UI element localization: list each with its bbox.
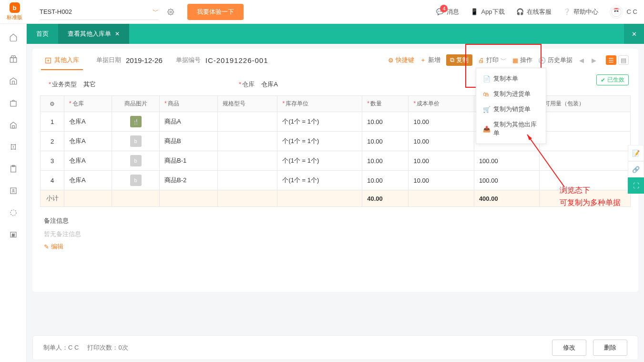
delete-button[interactable]: 删除	[593, 340, 627, 356]
status-label: 已生效	[607, 76, 624, 84]
plus-icon: ＋	[420, 56, 426, 64]
help-icon: ❔	[563, 8, 571, 15]
dropdown-copy-sales[interactable]: 🛒复制为销货单	[476, 102, 546, 117]
help-center-label: 帮助中心	[573, 8, 598, 16]
row-spec	[218, 132, 277, 151]
shortcut-button[interactable]: ⚙快捷键	[388, 56, 414, 64]
messages-button[interactable]: 💬 消息 4	[436, 8, 459, 16]
row-amount: 100.00	[474, 151, 539, 171]
dropdown-copy-purchase-label: 复制为进货单	[493, 90, 531, 98]
gear-icon: ⚙	[388, 57, 394, 64]
sidebar-user-icon[interactable]	[7, 184, 20, 197]
org-selector[interactable]: TEST-H002 ﹀	[40, 4, 159, 20]
copy-dropdown: 📄复制本单 🛍复制为进货单 🛒复制为销货单 📤复制为其他出库单	[476, 68, 546, 144]
close-all-tabs[interactable]: ✕	[624, 24, 644, 44]
sidebar-loading-icon[interactable]	[7, 206, 20, 219]
creator-label: 制单人：	[43, 344, 68, 351]
try-button[interactable]: 我要体验一下	[187, 4, 244, 20]
footer-bar: 制单人：C C 打印次数：0次 修改 删除	[32, 335, 638, 360]
next-arrow-icon[interactable]: ▶	[591, 57, 597, 64]
operate-button[interactable]: ▦操作	[512, 56, 532, 64]
float-note-icon[interactable]: 📝	[628, 145, 644, 161]
printcount-label: 打印次数：	[87, 344, 118, 351]
sidebar-house-icon[interactable]	[7, 118, 20, 132]
tabs-bar: 首页 查看其他入库单 ✕ ✕	[27, 24, 644, 44]
sidebar-bag-icon[interactable]	[7, 96, 20, 110]
avatar[interactable]	[610, 5, 623, 19]
gear-icon[interactable]	[167, 8, 174, 16]
out-icon: 📤	[483, 125, 490, 133]
modify-button[interactable]: 修改	[552, 340, 586, 356]
copy-button[interactable]: ⧉复制	[446, 54, 472, 66]
inbound-icon	[45, 56, 51, 64]
prev-arrow-icon[interactable]: ◀	[578, 57, 585, 64]
list-view-button[interactable]: ☰	[606, 55, 616, 65]
operate-label: 操作	[520, 56, 532, 64]
sidebar: 新	[0, 24, 27, 362]
row-product: 商品B-1	[160, 151, 218, 171]
status-badge: ✔已生效	[596, 74, 629, 85]
bag-icon: 🛍	[483, 91, 490, 98]
logo[interactable]: b 标准版	[3, 2, 26, 21]
col-unit: 库存单位	[286, 100, 308, 107]
table-row[interactable]: 4 仓库A b 商品B-2 个(1个 = 1个) 10.00 10.00 100…	[41, 171, 631, 190]
subtotal-label: 小计	[41, 190, 64, 207]
dropdown-copy-purchase[interactable]: 🛍复制为进货单	[476, 86, 546, 102]
history-button[interactable]: 🕓历史单据	[538, 56, 572, 64]
remark-title: 备注信息	[44, 217, 627, 225]
float-link-icon[interactable]: 🔗	[628, 161, 644, 177]
dropdown-copy-outbound[interactable]: 📤复制为其他出库单	[476, 117, 546, 141]
new-button[interactable]: ＋新增	[420, 56, 440, 64]
username[interactable]: C C	[627, 8, 637, 15]
row-price: 10.00	[409, 151, 474, 171]
app-download-button[interactable]: 📱 App下载	[470, 8, 504, 16]
sidebar-stock-icon[interactable]	[7, 74, 20, 88]
col-warehouse: 仓库	[72, 100, 84, 107]
row-warehouse: 仓库A	[64, 171, 112, 190]
float-expand-icon[interactable]: ⛶	[628, 177, 644, 194]
sidebar-money-icon[interactable]	[7, 140, 20, 154]
row-price: 10.00	[409, 132, 474, 151]
sidebar-new-icon[interactable]: 新	[7, 228, 20, 241]
headset-icon: 🎧	[516, 8, 524, 15]
row-spec	[218, 171, 277, 190]
edit-remark-button[interactable]: ✎编辑	[44, 242, 627, 251]
row-unit: 个(1个 = 1个)	[277, 112, 362, 132]
new-label: 新增	[428, 56, 440, 64]
row-index: 4	[41, 171, 64, 190]
card-view-button[interactable]: ▤	[618, 55, 629, 65]
col-gear-icon[interactable]: ⚙	[41, 96, 64, 112]
print-icon: 🖨	[478, 57, 484, 64]
col-spec: 规格型号	[218, 96, 277, 112]
dropdown-copy-sales-label: 复制为销货单	[493, 105, 531, 114]
row-unit: 个(1个 = 1个)	[277, 151, 362, 171]
tab-home[interactable]: 首页	[27, 24, 58, 44]
sidebar-home-icon[interactable]	[7, 31, 20, 44]
subtotal-qty: 40.00	[362, 190, 409, 207]
biztype-value: 其它	[83, 80, 96, 89]
sidebar-gift-icon[interactable]	[7, 52, 20, 66]
remark-empty: 暂无备注信息	[44, 230, 627, 238]
dropdown-copy-outbound-label: 复制为其他出库单	[493, 120, 539, 137]
svg-text:新: 新	[12, 233, 15, 237]
row-qty: 10.00	[362, 151, 409, 171]
help-center-button[interactable]: ❔ 帮助中心	[563, 8, 598, 16]
row-available	[540, 151, 631, 171]
doc-tab-title[interactable]: 其他入库	[41, 50, 83, 70]
close-icon[interactable]: ✕	[115, 31, 120, 37]
doc-tab-label: 其他入库	[54, 56, 79, 64]
print-label: 打印	[486, 56, 499, 64]
svg-rect-6	[12, 126, 14, 128]
copy-label: 复制	[456, 56, 469, 64]
dropdown-copy-self[interactable]: 📄复制本单	[476, 71, 546, 86]
tab-view-inbound[interactable]: 查看其他入库单 ✕	[58, 24, 129, 44]
print-button[interactable]: 🖨打印﹀	[478, 56, 507, 64]
sidebar-clipboard-icon[interactable]	[7, 162, 20, 176]
form-warehouse: *仓库 仓库A	[239, 80, 278, 89]
table-row[interactable]: 3 仓库A b 商品B-1 个(1个 = 1个) 10.00 10.00 100…	[41, 151, 631, 171]
row-index: 1	[41, 112, 64, 132]
subtotal-amount: 400.00	[474, 190, 539, 207]
online-service-button[interactable]: 🎧 在线客服	[516, 8, 552, 16]
col-qty: 数量	[370, 100, 382, 107]
col-price: 成本单价	[417, 100, 440, 107]
